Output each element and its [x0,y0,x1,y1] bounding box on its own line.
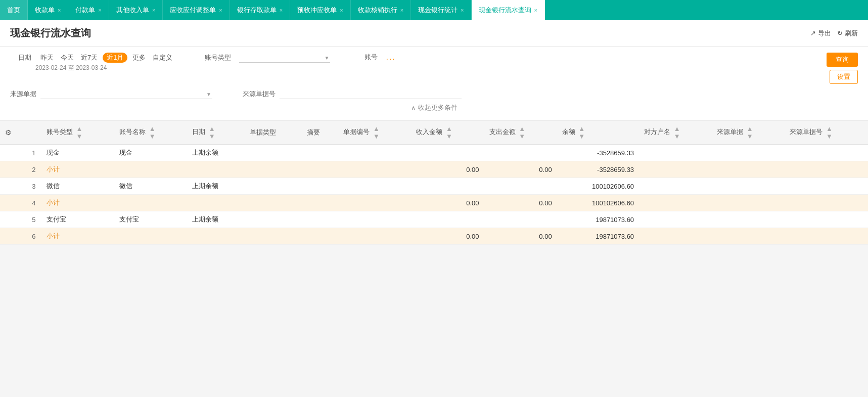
nav-item-home[interactable]: 首页 [0,0,28,20]
nav-item-payment[interactable]: 付款单× [68,0,109,20]
cell-expense [484,145,557,161]
date-label: 日期 [10,53,35,62]
cell-balance: 19871073.60 [557,211,639,228]
nav-close-payment[interactable]: × [98,7,101,13]
cell-doc_type [245,161,302,178]
cell-num: 6 [26,228,41,245]
cell-counter_name [639,228,712,245]
date-shortcut-0[interactable]: 昨天 [38,53,56,63]
account-dots-button[interactable]: ... [386,53,395,62]
cell-expense: 0.00 [484,195,557,211]
query-button[interactable]: 查询 [827,53,858,67]
nav-item-pre-collect[interactable]: 预收冲应收单× [290,0,350,20]
gear-icon[interactable]: ⚙ [5,128,12,137]
col-header-date[interactable]: 日期 ▲▼ [187,121,244,145]
table-row: 3微信微信上期余额100102606.60 [0,178,868,195]
nav-close-other-income[interactable]: × [152,7,155,13]
cell-summary [302,228,338,245]
table-row: 2小计0.000.00-3528659.33 [0,161,868,178]
cell-source_doc_num [785,145,868,161]
nav-item-receipt[interactable]: 收款单× [28,0,68,20]
col-header-expense[interactable]: 支出金额 ▲▼ [484,121,557,145]
right-buttons-panel: 查询 设置 [821,53,858,84]
refresh-button[interactable]: ↻ 刷新 [837,29,858,38]
nav-close-ar-ap[interactable]: × [219,7,222,13]
cell-doc_num [338,211,411,228]
cell-source_doc [712,195,785,211]
nav-close-collect-exec[interactable]: × [400,7,403,13]
date-shortcut-5[interactable]: 自定义 [151,53,174,63]
cell-account_name [114,228,187,245]
table-header-row: ⚙账号类型 ▲▼账号名称 ▲▼日期 ▲▼单据类型摘要单据编号 ▲▼收入金额 ▲▼… [0,121,868,145]
cell-counter_name [639,161,712,178]
cell-income [411,145,484,161]
cell-counter_name [639,195,712,211]
cell-income: 0.00 [411,161,484,178]
cell-date [187,161,244,178]
cell-expense [484,211,557,228]
account-type-select[interactable] [239,53,330,63]
cell-doc_num [338,195,411,211]
col-header-balance[interactable]: 余额 ▲▼ [557,121,639,145]
nav-close-receipt[interactable]: × [58,7,61,13]
nav-item-cash-bank-stat[interactable]: 现金银行统计× [411,0,471,20]
cell-source_doc_num [785,161,868,178]
nav-item-cash-bank-flow[interactable]: 现金银行流水查询× [472,0,545,20]
cell-date [187,228,244,245]
export-icon: ↗ [810,29,816,37]
cell-source_doc_num [785,178,868,195]
cell-doc_num [338,145,411,161]
col-header-account_type[interactable]: 账号类型 ▲▼ [41,121,114,145]
col-header-counter_name[interactable]: 对方户名 ▲▼ [639,121,712,145]
date-shortcuts: 昨天今天近7天近1月更多自定义 [38,53,174,63]
nav-item-ar-ap[interactable]: 应收应付调整单× [163,0,230,20]
table-header: ⚙账号类型 ▲▼账号名称 ▲▼日期 ▲▼单据类型摘要单据编号 ▲▼收入金额 ▲▼… [0,121,868,145]
cell-gear [0,211,26,228]
col-header-doc_num[interactable]: 单据编号 ▲▼ [338,121,411,145]
settings-button[interactable]: 设置 [830,70,858,84]
cell-balance: 100102606.60 [557,195,639,211]
nav-close-cash-bank-flow[interactable]: × [534,7,537,13]
nav-close-bank-deposit[interactable]: × [280,7,283,13]
cell-gear [0,178,26,195]
cell-account_type: 支付宝 [41,211,114,228]
nav-item-bank-deposit[interactable]: 银行存取款单× [230,0,290,20]
source-doc-num-input[interactable] [280,89,462,99]
cell-account_name: 支付宝 [114,211,187,228]
cell-date [187,195,244,211]
cell-summary [302,178,338,195]
cell-balance: 100102606.60 [557,178,639,195]
account-type-select-wrapper: ▼ [239,53,330,63]
cell-account_name: 微信 [114,178,187,195]
source-filter-row: 来源单据 ▼ 来源单据号 [10,89,858,99]
col-header-account_name[interactable]: 账号名称 ▲▼ [114,121,187,145]
date-shortcut-3[interactable]: 近1月 [103,53,127,63]
cell-income [411,211,484,228]
col-header-doc_type: 单据类型 [245,121,302,145]
cell-account_name [114,161,187,178]
source-doc-select[interactable] [40,89,212,99]
sort-icon-date: ▲▼ [209,125,215,140]
cell-balance: 19871073.60 [557,228,639,245]
col-header-source_doc_num[interactable]: 来源单据号 ▲▼ [785,121,868,145]
export-button[interactable]: ↗ 导出 [810,29,831,38]
cell-gear [0,145,26,161]
date-shortcut-2[interactable]: 近7天 [79,53,100,63]
cell-doc_type [245,145,302,161]
cell-income: 0.00 [411,228,484,245]
source-doc-select-wrapper: ▼ [40,89,212,99]
date-filter-group: 日期 昨天今天近7天近1月更多自定义 2023-02-24 至 2023-03-… [10,53,174,72]
nav-item-other-income[interactable]: 其他收入单× [109,0,163,20]
nav-close-pre-collect[interactable]: × [340,7,343,13]
date-shortcut-4[interactable]: 更多 [130,53,148,63]
nav-close-cash-bank-stat[interactable]: × [461,7,464,13]
cell-account_type: 小计 [41,161,114,178]
col-header-income[interactable]: 收入金额 ▲▼ [411,121,484,145]
nav-item-collect-exec[interactable]: 收款核销执行× [351,0,411,20]
col-header-source_doc[interactable]: 来源单据 ▲▼ [712,121,785,145]
date-shortcut-1[interactable]: 今天 [59,53,76,63]
sort-icon-source_doc: ▲▼ [747,125,753,140]
table-row: 4小计0.000.00100102606.60 [0,195,868,211]
collapse-bar[interactable]: ∧ 收起更多条件 [10,101,858,114]
sort-icon-income: ▲▼ [446,125,452,140]
